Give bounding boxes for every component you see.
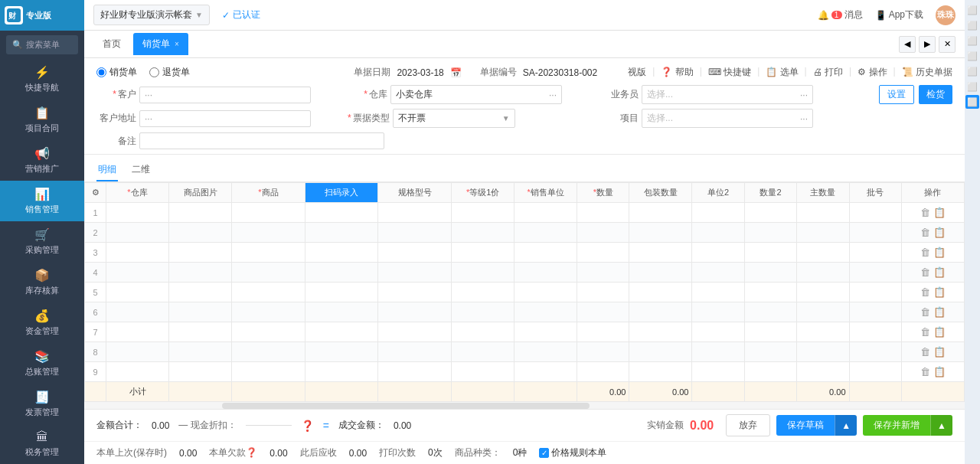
sidebar-item-inventory[interactable]: 📦 库存核算: [0, 262, 84, 302]
sidebar-item-ledger[interactable]: 📚 总账管理: [0, 343, 84, 384]
right-panel-icon-3[interactable]: ⬜: [965, 34, 979, 47]
col-price: *等级1价: [452, 183, 514, 203]
col-action: 操作: [901, 183, 964, 203]
price-rule-checkbox[interactable]: ✓ 价格规则本单: [539, 446, 606, 459]
copy-icon[interactable]: 📋: [933, 266, 946, 278]
copy-icon[interactable]: 📋: [933, 306, 946, 318]
delete-icon[interactable]: 🗑: [920, 247, 930, 258]
delete-icon[interactable]: 🗑: [920, 326, 930, 338]
copy-icon[interactable]: 📋: [933, 326, 946, 338]
col-batch: 批号: [849, 183, 901, 203]
toolbar-operation[interactable]: ⚙ 操作: [858, 66, 887, 79]
tab-close-all-button[interactable]: ✕: [939, 36, 956, 53]
delete-icon[interactable]: 🗑: [920, 366, 930, 377]
toolbar-print[interactable]: 🖨 打印: [813, 66, 843, 79]
tab-prev-button[interactable]: ◀: [899, 36, 916, 53]
phone-icon: 📱: [875, 10, 887, 21]
salesperson-input[interactable]: 选择... ···: [642, 85, 813, 104]
delete-icon[interactable]: 🗑: [920, 286, 930, 298]
copy-icon[interactable]: 📋: [933, 247, 946, 258]
toolbar-help[interactable]: ❓ 帮助: [661, 66, 693, 79]
add-button[interactable]: 检货: [919, 85, 952, 104]
toolbar-shortcut[interactable]: ⌨ 快捷键: [708, 66, 751, 79]
sidebar-item-tax[interactable]: 🏛 税务管理: [0, 424, 84, 464]
radio-return-order[interactable]: 退货单: [149, 66, 190, 79]
tab-home[interactable]: 首页: [93, 33, 130, 55]
toolbar-view[interactable]: 视版: [628, 66, 646, 79]
search-menu-button[interactable]: 🔍 搜索菜单: [6, 35, 78, 54]
delete-icon[interactable]: 🗑: [920, 227, 930, 238]
company-selector[interactable]: 好业财专业版演示帐套 ▼: [93, 5, 210, 25]
toolbar-history[interactable]: 📜 历史单据: [902, 66, 952, 79]
copy-icon[interactable]: 📋: [933, 227, 946, 238]
right-panel-icon-2[interactable]: ⬜: [965, 18, 979, 32]
settings-button[interactable]: 设置: [879, 85, 914, 104]
sidebar-item-project[interactable]: 📋 项目合同: [0, 100, 84, 140]
tab-close-button[interactable]: ×: [175, 40, 179, 48]
copy-icon[interactable]: 📋: [933, 207, 946, 218]
app-download-button[interactable]: 📱 App下载: [875, 8, 923, 21]
tab-sale-order[interactable]: 销货单 ×: [133, 33, 188, 55]
copy-icon[interactable]: 📋: [933, 286, 946, 298]
footer: 金额合计： 0.00 — 现金折扣： ❓ = 成交金额： 0.00 实销金额 0…: [84, 409, 965, 464]
sidebar-item-purchase[interactable]: 🛒 采购管理: [0, 221, 84, 262]
sidebar-item-invoice[interactable]: 🧾 发票管理: [0, 384, 84, 424]
save-new-dropdown[interactable]: ▲: [930, 415, 952, 436]
copy-icon[interactable]: 📋: [933, 346, 946, 358]
abandon-button[interactable]: 放弃: [726, 414, 770, 436]
right-panel-icon-1[interactable]: ⬜: [965, 3, 979, 17]
svg-text:财: 财: [8, 11, 17, 20]
invoice-select[interactable]: 不开票 ▼: [393, 109, 515, 128]
calendar-icon[interactable]: 📅: [450, 67, 462, 78]
right-panel-icon-4[interactable]: ⬜: [965, 49, 979, 63]
right-panel-icon-active[interactable]: ⬜: [965, 95, 979, 109]
sidebar-item-sales[interactable]: 📊 销售管理: [0, 181, 84, 221]
save-draft-button[interactable]: 保存草稿: [776, 415, 835, 436]
table-scrollbar[interactable]: [84, 401, 965, 409]
address-input[interactable]: ···: [139, 110, 311, 127]
sidebar-item-marketing[interactable]: 📢 营销推广: [0, 140, 84, 181]
customer-input[interactable]: ···: [139, 87, 311, 103]
user-menu[interactable]: 珠珠: [936, 5, 956, 25]
warehouse-input[interactable]: 小卖仓库 ···: [390, 85, 562, 104]
col-settings[interactable]: ⚙: [85, 183, 106, 203]
toolbar-divider1: |: [652, 66, 655, 79]
help-icon[interactable]: ❓: [301, 420, 314, 432]
project-input[interactable]: 选择... ···: [642, 109, 813, 128]
discount-value[interactable]: [246, 425, 292, 426]
save-draft-dropdown[interactable]: ▲: [835, 415, 857, 436]
radio-sale-order[interactable]: 销货单: [96, 66, 137, 79]
project-dots[interactable]: ···: [800, 113, 808, 124]
table-tab-detail[interactable]: 明细: [96, 159, 118, 181]
salesperson-dots[interactable]: ···: [800, 90, 808, 100]
dropdown-icon: ▼: [195, 11, 203, 19]
customer-dots[interactable]: ···: [145, 90, 152, 100]
tab-next-button[interactable]: ▶: [919, 36, 936, 53]
salesperson-label: 业务员: [599, 88, 639, 101]
form-area: 销货单 退货单 单据日期 2023-03-18 📅 单据编号 SA-202303…: [84, 58, 965, 155]
delete-icon[interactable]: 🗑: [920, 306, 930, 318]
scrollbar-thumb[interactable]: [222, 403, 590, 409]
sidebar-item-quick-nav[interactable]: ⚡ 快捷导航: [0, 59, 84, 100]
form-right-actions: 设置 检货: [879, 85, 952, 104]
notifications-button[interactable]: 🔔 1 消息: [818, 8, 863, 21]
certified-badge: ✓ 已认证: [222, 8, 260, 21]
delete-icon[interactable]: 🗑: [920, 266, 930, 278]
delete-icon[interactable]: 🗑: [920, 207, 930, 218]
save-new-button[interactable]: 保存并新增: [863, 415, 930, 436]
warehouse-dots[interactable]: ···: [549, 90, 557, 100]
sidebar-item-finance[interactable]: 💰 资金管理: [0, 302, 84, 343]
tab-navigation: ◀ ▶ ✕: [899, 36, 956, 53]
col-scan[interactable]: 扫码录入: [305, 183, 378, 203]
copy-icon[interactable]: 📋: [933, 366, 946, 377]
toolbar-select[interactable]: 📋 选单: [766, 66, 798, 79]
delete-icon[interactable]: 🗑: [920, 346, 930, 358]
address-dots[interactable]: ···: [145, 113, 152, 124]
marketing-icon: 📢: [34, 146, 50, 161]
right-panel-icon-5[interactable]: ⬜: [965, 64, 979, 78]
remarks-row: 备注: [96, 132, 952, 149]
table-tab-2d[interactable]: 二维: [130, 159, 152, 181]
remarks-input[interactable]: [139, 132, 384, 149]
form-header: 销货单 退货单 单据日期 2023-03-18 📅 单据编号 SA-202303…: [96, 66, 952, 79]
right-panel-icon-6[interactable]: ⬜: [965, 80, 979, 93]
